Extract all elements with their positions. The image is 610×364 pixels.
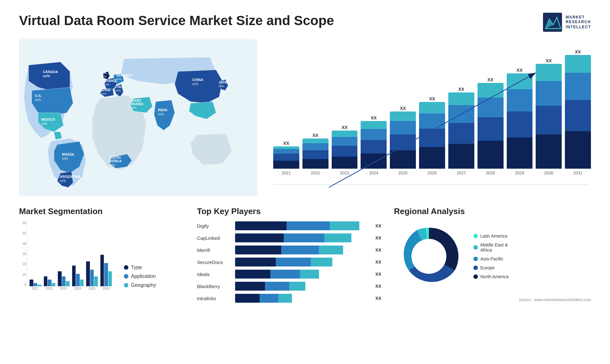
player-ideals: Ideals XX	[197, 270, 381, 279]
spain-value: xx%	[101, 92, 106, 95]
seg-bars-2026	[100, 255, 112, 286]
bar-year-2022: 2022	[311, 171, 320, 175]
bottom-section: Market Segmentation 0 10 20 30 40 50 60	[19, 206, 591, 303]
market-segmentation: Market Segmentation 0 10 20 30 40 50 60	[19, 206, 184, 294]
player-name-merrill: Merrill	[197, 247, 232, 253]
reg-legend-asia: Asia Pacific	[473, 256, 509, 261]
reg-dot-na	[473, 274, 478, 279]
map-svg: CANADA xx% U.S. xx% MEXICO xx% BRAZIL xx…	[19, 38, 257, 197]
logo-text: MARKET RESEARCH INTELLECT	[566, 15, 591, 30]
seg-chart-area: 0 10 20 30 40 50 60	[19, 221, 184, 294]
player-xx-intralinks: XX	[375, 296, 381, 301]
reg-dot-latin	[473, 234, 478, 238]
reg-legend-mea: Middle East & Africa	[473, 242, 509, 253]
germany-value: xx%	[116, 78, 122, 81]
source-line: Source : www.marketresearchintellect.com	[394, 298, 591, 302]
bar-year-2025: 2025	[398, 171, 408, 175]
top-section: CANADA xx% U.S. xx% MEXICO xx% BRAZIL xx…	[19, 38, 591, 197]
seg-bars-2024	[72, 266, 84, 286]
reg-label-asia: Asia Pacific	[480, 256, 503, 261]
reg-legend-europe: Europe	[473, 265, 509, 270]
bar-2023: XX 2023	[332, 125, 358, 175]
seg-bars-2025	[86, 261, 98, 286]
main-title: Virtual Data Room Service Market Size an…	[19, 13, 334, 29]
bar-2030: XX 2030	[536, 58, 562, 175]
bar-year-2029: 2029	[515, 171, 524, 175]
seg-x-2024: 2024	[72, 287, 84, 294]
india-value: xx%	[158, 112, 164, 116]
player-xx-ideals: XX	[375, 272, 381, 277]
bar-xx-2025: XX	[400, 106, 406, 111]
bar-xx-2023: XX	[342, 125, 348, 130]
seg-y-50: 50	[23, 232, 26, 235]
player-securedocs: SecureDocs XX	[197, 258, 381, 266]
reg-legend-latin: Latin America	[473, 233, 509, 239]
player-name-caplinked: CapLinked	[197, 235, 232, 241]
legend-dot-geography	[124, 283, 128, 287]
reg-dot-asia	[473, 257, 478, 261]
germany-label: GERMANY	[116, 74, 132, 77]
bar-2026: XX 2026	[419, 96, 445, 175]
logo-icon	[543, 13, 562, 32]
bar-xx-2021: XX	[283, 141, 289, 146]
world-map: CANADA xx% U.S. xx% MEXICO xx% BRAZIL xx…	[19, 38, 257, 197]
seg-y-30: 30	[23, 252, 26, 256]
players-list: Digify XX CapLinked X	[197, 221, 381, 303]
bar-xx-2030: XX	[546, 58, 552, 63]
france-label: FRANCE	[104, 79, 117, 83]
argentina-label: ARGENTINA	[60, 175, 80, 179]
legend-application: Application	[124, 273, 156, 279]
reg-legend-na: North America	[473, 274, 509, 279]
brazil-label: BRAZIL	[62, 152, 75, 156]
canada-label: CANADA	[43, 70, 58, 74]
bar-year-2031: 2031	[573, 171, 583, 175]
southafrica-label2: AFRICA	[110, 159, 122, 163]
bar-xx-2028: XX	[487, 77, 493, 82]
seg-bars-2021	[30, 280, 41, 286]
japan-label: JAPAN	[219, 81, 229, 84]
seg-x-2026: 2026	[100, 287, 112, 294]
seg-x-2025: 2025	[86, 287, 98, 294]
bar-xx-2027: XX	[458, 87, 464, 92]
bar-xx-2024: XX	[371, 115, 377, 120]
seg-y-60: 60	[23, 221, 26, 225]
bar-year-2024: 2024	[369, 171, 378, 175]
legend-type: Type	[124, 265, 156, 270]
page: Virtual Data Room Service Market Size an…	[0, 0, 610, 364]
player-digify: Digify XX	[197, 221, 381, 230]
player-bar-digify	[235, 221, 370, 230]
bar-2028: XX 2028	[478, 77, 504, 175]
header: Virtual Data Room Service Market Size an…	[19, 13, 591, 32]
india-label: INDIA	[158, 108, 167, 112]
reg-dot-mea	[473, 245, 478, 250]
seg-bars-2022	[44, 276, 56, 286]
player-caplinked: CapLinked XX	[197, 233, 381, 242]
player-bar-ideals	[235, 270, 370, 279]
player-xx-securedocs: XX	[375, 260, 381, 265]
seg-title: Market Segmentation	[19, 206, 184, 216]
regional-title: Regional Analysis	[394, 206, 591, 216]
legend-label-application: Application	[131, 273, 156, 279]
uk-label: U.K.	[101, 71, 107, 75]
legend-label-type: Type	[131, 265, 142, 270]
seg-y-0: 0	[24, 283, 26, 286]
saudi-value: xx%	[131, 106, 136, 109]
reg-dot-europe	[473, 266, 478, 270]
bar-2025: XX 2025	[390, 106, 416, 175]
bar-year-2021: 2021	[281, 171, 291, 175]
bar-year-2026: 2026	[428, 171, 437, 175]
reg-label-latin: Latin America	[480, 233, 507, 239]
us-value: xx%	[35, 98, 41, 102]
saudi-label: SAUDI	[131, 99, 141, 102]
donut-hole	[411, 239, 446, 274]
bar-2027: XX 2027	[448, 87, 474, 175]
key-players: Top Key Players Digify XX CapLinked	[197, 206, 381, 303]
donut-svg	[394, 221, 464, 291]
bar-year-2028: 2028	[486, 171, 495, 175]
china-label: CHINA	[192, 78, 203, 82]
player-xx-blackberry: XX	[375, 284, 381, 289]
player-xx-caplinked: XX	[375, 235, 381, 240]
player-name-digify: Digify	[197, 223, 232, 229]
mexico-label: MEXICO	[41, 118, 55, 121]
bar-2031: XX 2031	[565, 49, 591, 175]
